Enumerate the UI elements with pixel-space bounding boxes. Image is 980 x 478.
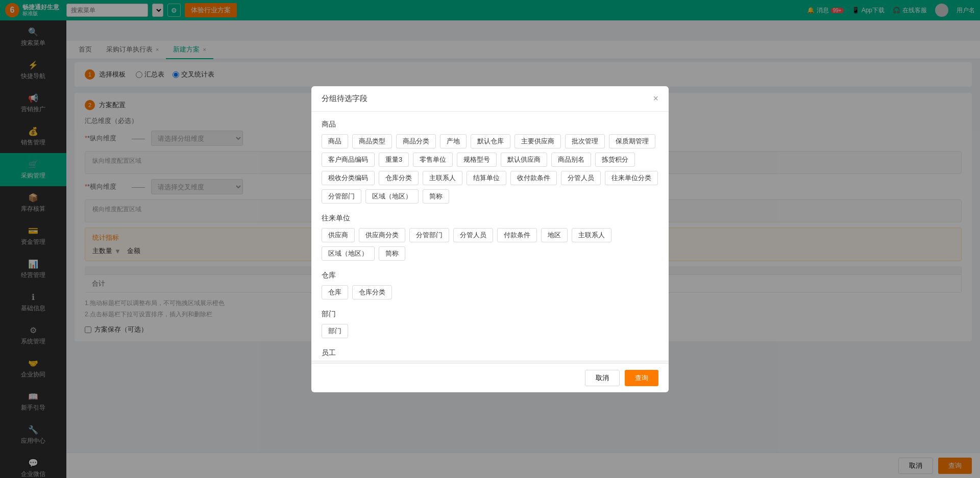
field-tag-dept[interactable]: 部门 xyxy=(322,324,348,338)
field-tag-pick-points[interactable]: 拣货积分 xyxy=(595,153,635,167)
field-tag-goods-alias[interactable]: 商品别名 xyxy=(551,153,591,167)
field-tag-customer-sku[interactable]: 客户商品编码 xyxy=(322,153,375,167)
partner-tags: 供应商 供应商分类 分管部门 分管人员 付款条件 地区 主联系人 区域（地区） … xyxy=(322,228,658,261)
field-tag-manager[interactable]: 分管人员 xyxy=(561,171,601,185)
field-tag-goods-category[interactable]: 商品分类 xyxy=(396,134,436,148)
category-staff: 员工 业务员 xyxy=(322,348,658,361)
category-warehouse: 仓库 仓库 仓库分类 xyxy=(322,271,658,299)
goods-tags: 商品 商品类型 商品分类 产地 默认仓库 主要供应商 批次管理 保质期管理 客户… xyxy=(322,134,658,204)
field-tag-goods-type[interactable]: 商品类型 xyxy=(352,134,392,148)
modal-overlay: 分组待选字段 × 商品 商品 商品类型 商品分类 产地 默认仓库 主要供应商 批… xyxy=(0,0,980,478)
category-goods: 商品 商品 商品类型 商品分类 产地 默认仓库 主要供应商 批次管理 保质期管理… xyxy=(322,120,658,204)
field-tag-main-contact[interactable]: 主联系人 xyxy=(423,171,462,185)
field-tag-default-warehouse[interactable]: 默认仓库 xyxy=(471,134,510,148)
modal-confirm-button[interactable]: 查询 xyxy=(625,370,658,386)
modal-close-button[interactable]: × xyxy=(653,93,658,104)
field-tag-supplier[interactable]: 供应商 xyxy=(322,228,355,242)
dept-tags: 部门 xyxy=(322,324,658,338)
field-tag-retail-unit[interactable]: 零售单位 xyxy=(413,153,453,167)
field-tag-main-supplier[interactable]: 主要供应商 xyxy=(514,134,561,148)
field-tag-abbr2[interactable]: 简称 xyxy=(379,246,405,261)
field-tag-warehouse-category[interactable]: 仓库分类 xyxy=(352,285,392,299)
category-staff-title: 员工 xyxy=(322,348,658,358)
field-tag-weight3[interactable]: 重量3 xyxy=(379,153,409,167)
field-tag-default-supplier[interactable]: 默认供应商 xyxy=(501,153,547,167)
field-tag-goods[interactable]: 商品 xyxy=(322,134,348,148)
field-tag-settlement-unit[interactable]: 结算单位 xyxy=(467,171,506,185)
warehouse-tags: 仓库 仓库分类 xyxy=(322,285,658,299)
field-tag-abbr[interactable]: 简称 xyxy=(423,189,449,204)
category-dept: 部门 部门 xyxy=(322,310,658,338)
modal-header: 分组待选字段 × xyxy=(311,86,669,112)
field-tag-payment-terms[interactable]: 收付款条件 xyxy=(510,171,557,185)
category-goods-title: 商品 xyxy=(322,120,658,129)
modal-cancel-button[interactable]: 取消 xyxy=(585,370,620,386)
field-tag-spec-model[interactable]: 规格型号 xyxy=(457,153,497,167)
category-partner: 往来单位 供应商 供应商分类 分管部门 分管人员 付款条件 地区 主联系人 区域… xyxy=(322,214,658,261)
field-tag-warehouse-cat[interactable]: 仓库分类 xyxy=(379,171,419,185)
field-tag-supplier-cat[interactable]: 供应商分类 xyxy=(359,228,405,242)
field-tag-dept-in-charge[interactable]: 分管部门 xyxy=(409,228,449,242)
category-partner-title: 往来单位 xyxy=(322,214,658,223)
modal-footer: 取消 查询 xyxy=(311,363,669,392)
field-tag-region[interactable]: 区域（地区） xyxy=(365,189,419,204)
category-dept-title: 部门 xyxy=(322,310,658,319)
field-tag-dept-charge[interactable]: 分管部门 xyxy=(322,189,361,204)
field-tag-warehouse[interactable]: 仓库 xyxy=(322,285,348,299)
field-tag-region2[interactable]: 区域（地区） xyxy=(322,246,375,261)
field-tag-tax-code[interactable]: 税收分类编码 xyxy=(322,171,375,185)
field-tag-person-in-charge[interactable]: 分管人员 xyxy=(453,228,493,242)
field-selection-modal: 分组待选字段 × 商品 商品 商品类型 商品分类 产地 默认仓库 主要供应商 批… xyxy=(311,86,669,392)
field-tag-partner-cat[interactable]: 往来单位分类 xyxy=(605,171,658,185)
field-tag-origin[interactable]: 产地 xyxy=(440,134,467,148)
field-tag-pay-terms[interactable]: 付款条件 xyxy=(497,228,537,242)
field-tag-batch-mgmt[interactable]: 批次管理 xyxy=(565,134,605,148)
modal-title: 分组待选字段 xyxy=(322,94,368,104)
category-warehouse-title: 仓库 xyxy=(322,271,658,280)
field-tag-expiry-mgmt[interactable]: 保质期管理 xyxy=(609,134,655,148)
field-tag-main-contact2[interactable]: 主联系人 xyxy=(572,228,611,242)
field-tag-area[interactable]: 地区 xyxy=(541,228,568,242)
modal-body: 商品 商品 商品类型 商品分类 产地 默认仓库 主要供应商 批次管理 保质期管理… xyxy=(311,112,669,361)
